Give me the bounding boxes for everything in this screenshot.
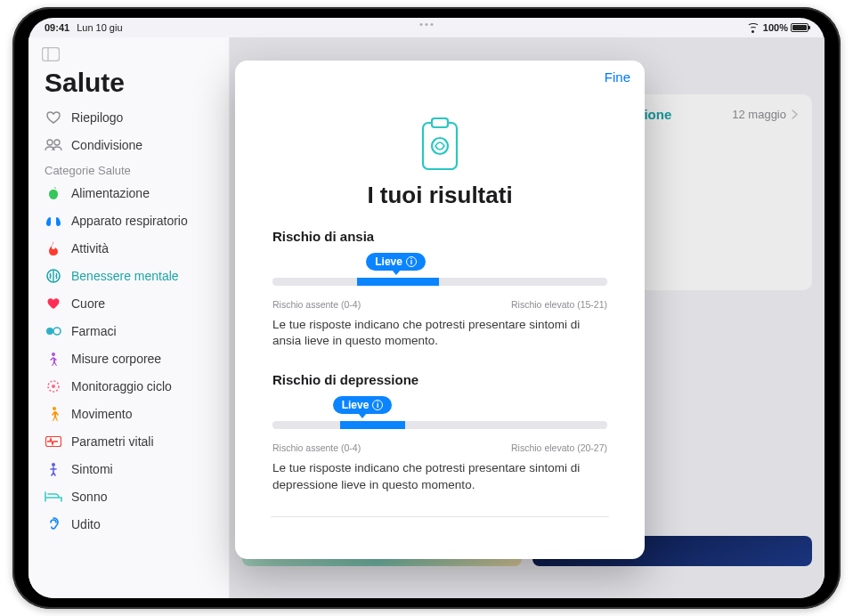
sidebar-item-label: Riepilogo	[71, 110, 123, 125]
sidebar-category-heart[interactable]: Cuore	[36, 289, 222, 317]
svg-rect-0	[43, 48, 60, 61]
symptoms-icon	[45, 462, 62, 476]
sidebar-category-symptoms[interactable]: Sintomi	[36, 455, 222, 482]
sidebar-category-flame[interactable]: Attività	[36, 234, 222, 262]
vitals-icon	[45, 436, 62, 447]
risk-title: Rischio di depressione	[272, 372, 607, 387]
risk-level-badge[interactable]: Lieve i	[333, 396, 393, 414]
svg-rect-13	[423, 123, 457, 169]
battery-indicator: 100%	[763, 22, 808, 33]
sidebar-section-header: Categorie Salute	[28, 158, 229, 179]
brain-icon	[45, 269, 62, 283]
sidebar: Salute Riepilogo Condivisione Categorie …	[28, 37, 230, 598]
app-title: Salute	[28, 64, 229, 103]
sidebar-item-label: Monitoraggio ciclo	[71, 379, 172, 393]
svg-point-15	[432, 138, 448, 154]
people-icon	[45, 139, 62, 151]
sidebar-category-body[interactable]: Misure corporee	[36, 344, 222, 372]
sidebar-category-cycle[interactable]: Monitoraggio ciclo	[36, 372, 222, 400]
device-frame: 09:41 Lun 10 giu 100%	[12, 7, 841, 609]
svg-rect-14	[432, 118, 448, 127]
info-icon[interactable]: i	[372, 400, 383, 410]
sidebar-item-label: Attività	[71, 241, 109, 255]
sidebar-item-label: Udito	[71, 517, 101, 531]
sidebar-item-label: Alimentazione	[71, 186, 150, 200]
risk-low-label: Rischio assente (0-4)	[272, 442, 361, 453]
svg-point-7	[52, 353, 55, 356]
sidebar-item-label: Apparato respiratorio	[71, 214, 188, 228]
svg-point-5	[46, 328, 53, 335]
sidebar-category-brain[interactable]: Benessere mentale	[36, 262, 222, 289]
multitask-indicator-icon[interactable]	[420, 23, 434, 26]
sidebar-category-vitals[interactable]: Parametri vitali	[36, 427, 222, 455]
pills-icon	[45, 326, 62, 336]
results-heading: I tuoi risultati	[272, 182, 607, 209]
cycle-icon	[45, 379, 62, 393]
heart-icon	[45, 297, 62, 310]
sidebar-category-ear[interactable]: Udito	[36, 510, 222, 538]
sidebar-item-label: Condivisione	[71, 138, 142, 152]
bed-icon	[45, 491, 62, 502]
svg-point-10	[53, 407, 56, 410]
modal-divider	[271, 516, 609, 517]
risk-high-label: Rischio elevato (20-27)	[511, 442, 607, 453]
battery-percent: 100%	[763, 22, 788, 33]
sidebar-item-heart-outline[interactable]: Riepilogo	[36, 103, 222, 131]
svg-point-12	[52, 463, 55, 466]
risk-level-badge[interactable]: Lieve i	[366, 253, 426, 271]
lungs-icon	[45, 215, 62, 227]
sidebar-category-pills[interactable]: Farmaci	[36, 317, 222, 344]
flame-icon	[45, 241, 62, 255]
status-bar: 09:41 Lun 10 giu 100%	[28, 18, 825, 37]
status-time: 09:41	[45, 22, 69, 33]
ear-icon	[45, 517, 62, 531]
sidebar-item-label: Movimento	[71, 407, 132, 421]
sidebar-item-label: Farmaci	[71, 324, 117, 338]
screen: 09:41 Lun 10 giu 100%	[28, 18, 825, 598]
results-clipboard-icon	[415, 116, 465, 174]
toggle-sidebar-button[interactable]	[39, 45, 62, 64]
risk-description: Le tue risposte indicano che potresti pr…	[272, 460, 607, 492]
sidebar-item-people[interactable]: Condivisione	[36, 131, 222, 158]
risk-low-label: Rischio assente (0-4)	[272, 299, 361, 310]
done-button[interactable]: Fine	[605, 69, 630, 85]
sidebar-item-label: Sintomi	[71, 462, 113, 476]
apple-icon	[45, 186, 62, 200]
status-date: Lun 10 giu	[77, 22, 122, 33]
sidebar-item-label: Sonno	[71, 490, 107, 504]
risk-description: Le tue risposte indicano che potresti pr…	[272, 317, 607, 349]
wifi-icon	[747, 23, 760, 32]
risk-block: Rischio di ansia Lieve i Rischio assente…	[272, 229, 607, 349]
sidebar-item-label: Cuore	[71, 296, 105, 311]
sidebar-category-lungs[interactable]: Apparato respiratorio	[36, 207, 222, 234]
risk-title: Rischio di ansia	[272, 229, 607, 244]
sidebar-item-label: Parametri vitali	[71, 434, 154, 449]
sidebar-item-label: Misure corporee	[71, 352, 161, 366]
svg-point-2	[47, 140, 53, 145]
body-icon	[45, 352, 62, 366]
sidebar-item-label: Benessere mentale	[71, 269, 179, 283]
results-modal: Fine I tuoi risultati Rischio di ansia L…	[235, 61, 645, 559]
risk-level-label: Lieve	[375, 255, 402, 268]
walk-icon	[45, 407, 62, 421]
risk-block: Rischio di depressione Lieve i Rischio a…	[272, 372, 607, 492]
heart-outline-icon	[45, 110, 62, 125]
sidebar-category-apple[interactable]: Alimentazione	[36, 179, 222, 207]
info-icon[interactable]: i	[406, 256, 417, 267]
sidebar-category-bed[interactable]: Sonno	[36, 482, 222, 510]
svg-point-9	[52, 385, 55, 388]
risk-high-label: Rischio elevato (15-21)	[511, 299, 607, 310]
svg-rect-6	[53, 328, 61, 335]
svg-point-3	[54, 140, 60, 145]
sidebar-category-walk[interactable]: Movimento	[36, 400, 222, 427]
risk-level-label: Lieve	[342, 399, 370, 411]
risk-scale: Lieve i	[272, 265, 607, 296]
risk-scale: Lieve i	[272, 409, 607, 439]
